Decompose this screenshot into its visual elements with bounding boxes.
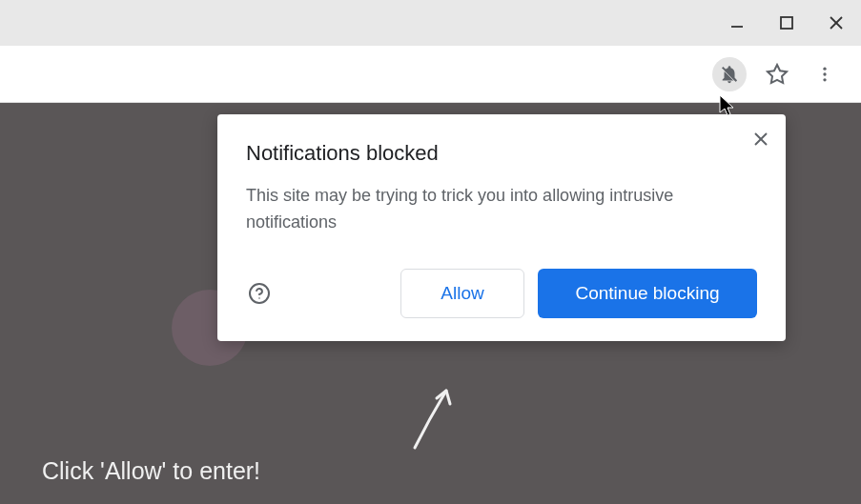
notifications-blocked-icon[interactable]: [712, 57, 747, 91]
notifications-blocked-popup: Notifications blocked This site may be t…: [217, 114, 786, 341]
continue-blocking-button[interactable]: Continue blocking: [538, 269, 757, 318]
browser-toolbar: [0, 46, 861, 103]
minimize-button[interactable]: [724, 10, 750, 36]
annotation-arrow-icon: [400, 381, 467, 461]
annotation-text: Click 'Allow' to enter!: [42, 457, 260, 485]
close-popup-button[interactable]: [749, 128, 772, 151]
menu-dots-icon[interactable]: [808, 57, 842, 91]
svg-point-8: [823, 78, 826, 81]
svg-rect-1: [781, 17, 792, 29]
popup-title: Notifications blocked: [246, 141, 757, 166]
help-icon[interactable]: [246, 280, 273, 307]
popup-body-text: This site may be trying to trick you int…: [246, 183, 757, 236]
svg-point-7: [823, 72, 826, 75]
svg-point-6: [823, 67, 826, 70]
bookmark-star-icon[interactable]: [760, 57, 794, 91]
svg-point-12: [258, 297, 260, 299]
maximize-button[interactable]: [773, 10, 800, 36]
popup-actions: Allow Continue blocking: [246, 269, 757, 318]
close-window-button[interactable]: [823, 10, 850, 36]
allow-button[interactable]: Allow: [400, 269, 524, 318]
window-titlebar: [0, 0, 861, 46]
